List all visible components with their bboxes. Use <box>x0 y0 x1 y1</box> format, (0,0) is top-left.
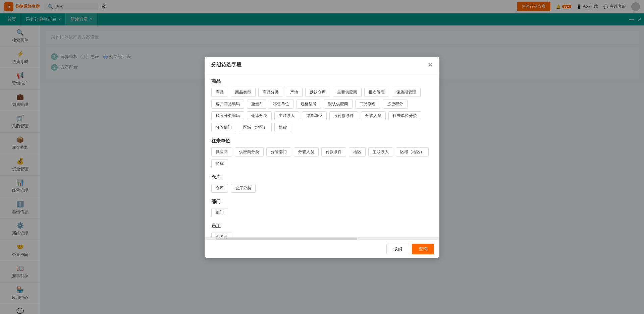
field-area[interactable]: 地区 <box>349 147 366 156</box>
field-partner-region[interactable]: 区域（地区） <box>396 147 429 156</box>
partner-fields: 供应商 供应商分类 分管部门 分管人员 付款条件 地区 主联系人 区域（地区） … <box>211 147 433 168</box>
section-department-title: 部门 <box>211 199 433 205</box>
modal-footer: 取消 查询 <box>205 240 439 258</box>
field-supplier[interactable]: 供应商 <box>211 147 232 156</box>
cancel-button[interactable]: 取消 <box>386 244 409 254</box>
section-product-title: 商品 <box>211 78 433 84</box>
field-region[interactable]: 区域（地区） <box>239 123 272 132</box>
modal-header: 分组待选字段 ✕ <box>205 57 439 73</box>
employee-fields: 业务员 <box>211 233 433 237</box>
section-warehouse: 仓库 仓库 仓库分类 <box>211 174 433 193</box>
field-partner-category[interactable]: 往来单位分类 <box>388 111 421 120</box>
section-partner-title: 往来单位 <box>211 138 433 144</box>
modal-close-icon[interactable]: ✕ <box>428 61 433 69</box>
modal-hscroll <box>205 237 439 240</box>
section-warehouse-title: 仓库 <box>211 174 433 180</box>
field-product[interactable]: 商品 <box>211 88 228 97</box>
field-default-supplier[interactable]: 默认供应商 <box>324 100 353 109</box>
warehouse-fields: 仓库 仓库分类 <box>211 184 433 193</box>
field-expiry-mgmt[interactable]: 保质期管理 <box>392 88 421 97</box>
section-employee: 员工 业务员 <box>211 223 433 237</box>
field-partner-person[interactable]: 分管人员 <box>294 147 319 156</box>
field-origin[interactable]: 产地 <box>286 88 303 97</box>
field-settlement-unit[interactable]: 结算单位 <box>302 111 327 120</box>
section-partner: 往来单位 供应商 供应商分类 分管部门 分管人员 付款条件 地区 主联系人 区域… <box>211 138 433 168</box>
field-spec-model[interactable]: 规格型号 <box>296 100 321 109</box>
field-pay-terms[interactable]: 付款条件 <box>321 147 346 156</box>
modal-body: 商品 商品 商品类型 商品分类 产地 默认仓库 主要供应商 批次管理 保质期管理… <box>205 73 439 237</box>
department-fields: 部门 <box>211 208 433 217</box>
field-supervisor[interactable]: 分管人员 <box>361 111 386 120</box>
field-department[interactable]: 部门 <box>211 208 228 217</box>
field-tax-code[interactable]: 税收分类编码 <box>211 111 244 120</box>
field-warehouse-category[interactable]: 仓库分类 <box>247 111 272 120</box>
field-partner-abbr[interactable]: 简称 <box>211 159 228 168</box>
section-employee-title: 员工 <box>211 223 433 229</box>
field-weight[interactable]: 重量3 <box>247 100 266 109</box>
field-partner-dept[interactable]: 分管部门 <box>266 147 291 156</box>
modal-overlay: 分组待选字段 ✕ 商品 商品 商品类型 商品分类 产地 默认仓库 主要供应商 批… <box>0 0 644 314</box>
field-warehouse-cat[interactable]: 仓库分类 <box>231 184 256 193</box>
field-product-type[interactable]: 商品类型 <box>231 88 256 97</box>
field-batch-mgmt[interactable]: 批次管理 <box>364 88 389 97</box>
field-short-name[interactable]: 简称 <box>274 123 291 132</box>
modal-title: 分组待选字段 <box>211 62 241 68</box>
confirm-button[interactable]: 查询 <box>412 244 434 254</box>
field-supplier-category[interactable]: 供应商分类 <box>235 147 264 156</box>
field-main-contact[interactable]: 主联系人 <box>274 111 299 120</box>
field-payment-terms[interactable]: 收付款条件 <box>329 111 358 120</box>
field-product-alias[interactable]: 商品别名 <box>355 100 380 109</box>
field-customer-code[interactable]: 客户商品编码 <box>211 100 244 109</box>
section-department: 部门 部门 <box>211 199 433 217</box>
product-fields: 商品 商品类型 商品分类 产地 默认仓库 主要供应商 批次管理 保质期管理 客户… <box>211 88 433 132</box>
field-retail-unit[interactable]: 零售单位 <box>269 100 293 109</box>
field-partner-contact[interactable]: 主联系人 <box>368 147 393 156</box>
field-pick-points[interactable]: 拣货积分 <box>383 100 408 109</box>
field-salesperson[interactable]: 业务员 <box>211 233 232 237</box>
section-product: 商品 商品 商品类型 商品分类 产地 默认仓库 主要供应商 批次管理 保质期管理… <box>211 78 433 132</box>
field-main-supplier[interactable]: 主要供应商 <box>333 88 362 97</box>
field-default-warehouse[interactable]: 默认仓库 <box>305 88 330 97</box>
field-dept-supervisor[interactable]: 分管部门 <box>211 123 236 132</box>
field-product-category[interactable]: 商品分类 <box>258 88 283 97</box>
field-selection-modal: 分组待选字段 ✕ 商品 商品 商品类型 商品分类 产地 默认仓库 主要供应商 批… <box>205 57 439 258</box>
field-warehouse[interactable]: 仓库 <box>211 184 228 193</box>
